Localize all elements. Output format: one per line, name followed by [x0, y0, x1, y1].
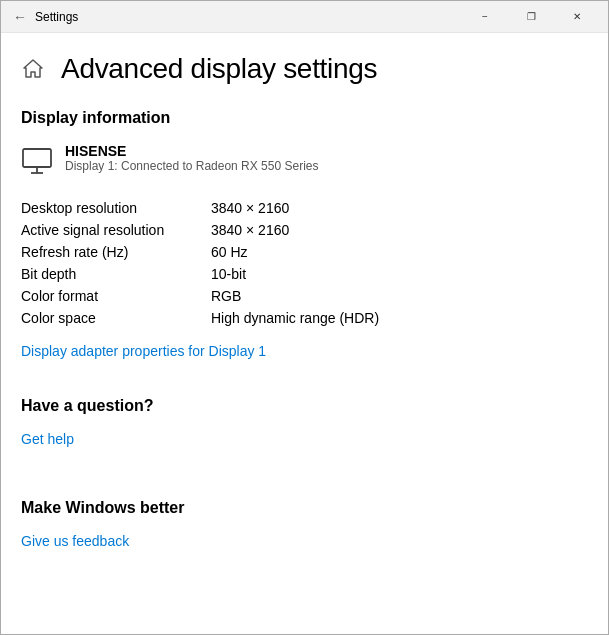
monitor-subtitle: Display 1: Connected to Radeon RX 550 Se…	[65, 159, 318, 173]
titlebar-title: Settings	[35, 10, 78, 24]
faq-section: Have a question? Get help	[21, 397, 588, 475]
titlebar-left: ← Settings	[13, 9, 78, 25]
info-label: Refresh rate (Hz)	[21, 244, 211, 260]
table-row: Bit depth10-bit	[21, 263, 588, 285]
window: ← Settings − ❐ ✕ Advanced display settin…	[0, 0, 609, 635]
info-label: Color space	[21, 310, 211, 326]
close-button[interactable]: ✕	[554, 1, 600, 33]
monitor-card: HISENSE Display 1: Connected to Radeon R…	[21, 143, 588, 177]
home-icon	[21, 57, 45, 81]
page-title-row: Advanced display settings	[21, 53, 588, 85]
get-help-link[interactable]: Get help	[21, 431, 74, 447]
page-title: Advanced display settings	[61, 53, 377, 85]
table-row: Desktop resolution3840 × 2160	[21, 197, 588, 219]
adapter-properties-link[interactable]: Display adapter properties for Display 1	[21, 343, 266, 359]
info-label: Color format	[21, 288, 211, 304]
info-table: Desktop resolution3840 × 2160Active sign…	[21, 197, 588, 329]
table-row: Active signal resolution3840 × 2160	[21, 219, 588, 241]
titlebar-controls: − ❐ ✕	[462, 1, 600, 33]
back-button[interactable]: ←	[13, 9, 27, 25]
monitor-name: HISENSE	[65, 143, 318, 159]
maximize-button[interactable]: ❐	[508, 1, 554, 33]
display-section-title: Display information	[21, 109, 588, 127]
titlebar: ← Settings − ❐ ✕	[1, 1, 608, 33]
info-value: 3840 × 2160	[211, 200, 289, 216]
info-value: 60 Hz	[211, 244, 248, 260]
info-label: Active signal resolution	[21, 222, 211, 238]
table-row: Refresh rate (Hz)60 Hz	[21, 241, 588, 263]
info-label: Desktop resolution	[21, 200, 211, 216]
monitor-info: HISENSE Display 1: Connected to Radeon R…	[65, 143, 318, 173]
info-label: Bit depth	[21, 266, 211, 282]
info-value: RGB	[211, 288, 241, 304]
feedback-link[interactable]: Give us feedback	[21, 533, 129, 549]
monitor-icon	[21, 145, 53, 177]
faq-section-title: Have a question?	[21, 397, 588, 415]
info-value: 3840 × 2160	[211, 222, 289, 238]
better-section-title: Make Windows better	[21, 499, 588, 517]
svg-rect-0	[23, 149, 51, 167]
info-value: 10-bit	[211, 266, 246, 282]
table-row: Color formatRGB	[21, 285, 588, 307]
content-area: Advanced display settings Display inform…	[1, 33, 608, 634]
table-row: Color spaceHigh dynamic range (HDR)	[21, 307, 588, 329]
display-section: Display information HISENSE Display 1: C…	[21, 109, 588, 387]
minimize-button[interactable]: −	[462, 1, 508, 33]
better-section: Make Windows better Give us feedback	[21, 499, 588, 577]
info-value: High dynamic range (HDR)	[211, 310, 379, 326]
